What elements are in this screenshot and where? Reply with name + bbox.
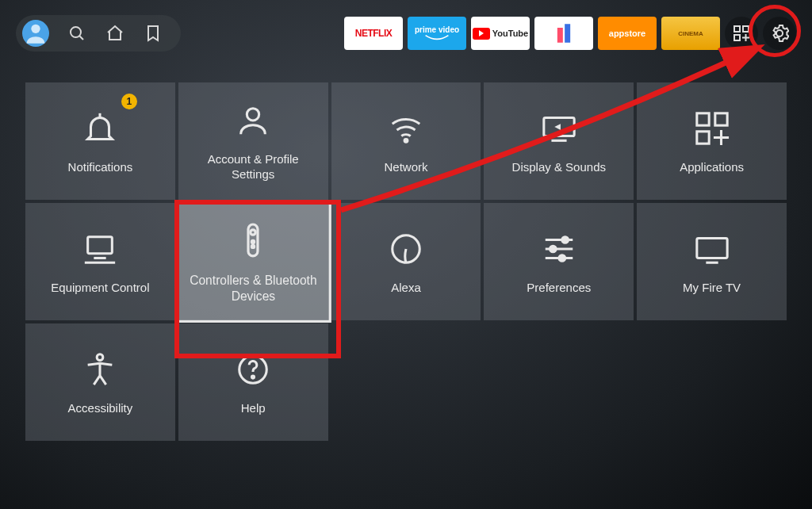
app-label: YouTube: [492, 29, 528, 38]
tile-display[interactable]: Display & Sounds: [484, 82, 634, 200]
home-button[interactable]: [105, 23, 125, 44]
tile-account[interactable]: Account & Profile Settings: [178, 82, 328, 200]
alexa-icon: [388, 231, 424, 267]
svg-point-18: [251, 230, 255, 235]
svg-point-23: [562, 236, 569, 243]
svg-rect-13: [696, 131, 708, 143]
apps-grid-icon: [732, 24, 751, 43]
tile-label: Accessibility: [68, 401, 133, 416]
app-label: CINEMA: [678, 30, 703, 37]
tile-label: My Fire TV: [683, 281, 741, 296]
tile-help[interactable]: Help: [178, 323, 328, 441]
tile-label: Equipment Control: [51, 281, 149, 296]
svg-line-2: [79, 36, 83, 40]
gear-icon: [770, 24, 789, 43]
sliders-icon: [541, 231, 577, 267]
tile-controllers[interactable]: Controllers & Bluetooth Devices: [175, 201, 331, 323]
svg-point-32: [252, 376, 255, 378]
watch-app-icon: [553, 22, 575, 44]
svg-point-20: [252, 246, 255, 248]
app-netflix[interactable]: NETFLIX: [344, 17, 403, 50]
app-youtube[interactable]: YouTube: [471, 17, 530, 50]
svg-point-8: [404, 139, 408, 142]
svg-rect-3: [734, 26, 740, 32]
tile-preferences[interactable]: Preferences: [484, 203, 634, 320]
tile-label: Display & Sounds: [512, 160, 606, 175]
svg-point-25: [550, 246, 556, 252]
app-prime-video[interactable]: prime video: [408, 17, 466, 50]
tile-label: Notifications: [68, 160, 133, 175]
app-appstore[interactable]: appstore: [598, 17, 657, 50]
settings-grid: 1 Notifications Account & Profile Settin…: [25, 82, 787, 441]
notification-badge: 1: [121, 94, 137, 109]
tile-label: Controllers & Bluetooth Devices: [187, 274, 319, 304]
search-button[interactable]: [67, 23, 87, 44]
svg-point-19: [252, 241, 255, 243]
search-icon: [67, 24, 86, 43]
app-label: prime video: [415, 26, 459, 34]
svg-rect-4: [743, 26, 749, 32]
equipment-icon: [82, 231, 118, 267]
svg-point-27: [559, 254, 565, 261]
account-icon: [235, 102, 271, 139]
app-watch[interactable]: [534, 17, 593, 50]
app-cinema[interactable]: CINEMA: [661, 17, 720, 50]
svg-rect-14: [88, 236, 113, 253]
settings-gear-button[interactable]: [763, 17, 796, 50]
tile-equipment[interactable]: Equipment Control: [25, 203, 175, 320]
app-label: NETFLIX: [355, 28, 393, 39]
home-icon: [105, 24, 124, 43]
top-nav-bar: NETFLIX prime video YouTube appstore CIN…: [16, 14, 796, 52]
tile-label: Account & Profile Settings: [190, 152, 316, 182]
tile-label: Network: [384, 160, 427, 175]
applications-icon: [694, 110, 730, 147]
tile-label: Applications: [680, 160, 744, 175]
bookmark-button[interactable]: [143, 23, 163, 44]
bell-icon: [82, 110, 118, 147]
svg-point-30: [98, 354, 104, 360]
youtube-play-icon: [473, 28, 490, 40]
tile-network[interactable]: Network: [331, 82, 481, 200]
svg-rect-5: [734, 35, 740, 40]
remote-icon: [234, 221, 272, 259]
svg-point-1: [71, 27, 81, 37]
svg-rect-11: [696, 113, 708, 124]
tile-alexa[interactable]: Alexa: [331, 203, 481, 320]
svg-point-0: [31, 25, 40, 33]
tile-applications[interactable]: Applications: [637, 82, 787, 200]
svg-rect-28: [696, 238, 726, 258]
app-shortcut-strip: NETFLIX prime video YouTube appstore CIN…: [344, 17, 796, 50]
all-apps-button[interactable]: [725, 17, 758, 50]
avatar-icon: [22, 20, 49, 47]
tile-label: Help: [241, 401, 266, 416]
help-icon: [235, 351, 271, 388]
wifi-icon: [388, 110, 424, 147]
tile-accessibility[interactable]: Accessibility: [25, 323, 175, 441]
accessibility-icon: [82, 351, 118, 388]
tile-my-fire-tv[interactable]: My Fire TV: [637, 203, 787, 320]
display-icon: [541, 110, 577, 147]
svg-rect-12: [714, 113, 726, 124]
bookmark-icon: [144, 24, 163, 43]
tile-label: Preferences: [527, 281, 591, 296]
tile-notifications[interactable]: 1 Notifications: [25, 82, 175, 200]
tv-icon: [694, 231, 730, 267]
profile-avatar[interactable]: [22, 20, 49, 47]
tile-label: Alexa: [391, 281, 421, 296]
nav-left-cluster: [16, 15, 181, 52]
prime-smile-icon: [423, 34, 450, 40]
app-label: appstore: [609, 29, 645, 38]
svg-point-7: [247, 109, 259, 121]
